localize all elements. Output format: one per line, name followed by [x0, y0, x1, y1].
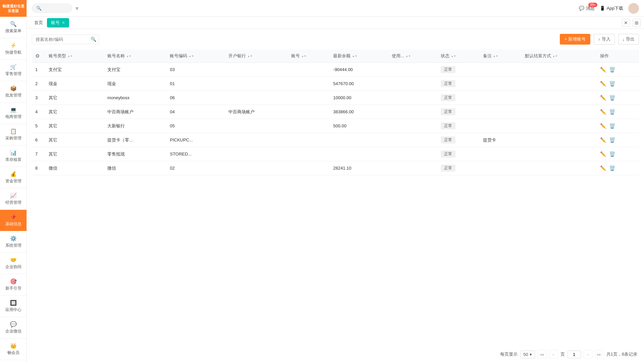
sort-account-icon[interactable]: ▲▼ [301, 55, 307, 58]
col-usage: 使用...▲▼ [388, 50, 437, 63]
message-icon: 💬 [579, 6, 584, 11]
delete-icon-5[interactable]: 🗑️ [609, 137, 615, 143]
cell-settlement-0 [522, 63, 597, 77]
sort-status-icon[interactable]: ▲▼ [451, 55, 456, 58]
app-download-button[interactable]: 📱 App下载 [600, 5, 623, 11]
add-account-button[interactable]: + 新增账号 [560, 34, 590, 45]
cell-settlement-4 [522, 119, 597, 133]
cell-type-6: 其它 [45, 147, 104, 161]
table-row: 6 其它 提货卡（零… PICKUPC... 正常 提货卡 ✏️ 🗑️ [32, 133, 639, 147]
edit-icon-4[interactable]: ✏️ [600, 123, 606, 129]
tab-close-icon[interactable]: ✕ [62, 20, 65, 25]
sidebar-label-4: 电商管理 [5, 114, 21, 120]
content-area: 🔍 + 新增账号 ↑ 导入 ↓ 导出 ⚙ [27, 29, 644, 362]
cell-bank-3: 中百商场账户 [225, 105, 288, 119]
search-submit-icon[interactable]: 🔍 [91, 37, 96, 42]
cell-actions-5: ✏️ 🗑️ [597, 133, 639, 147]
sidebar-item-14[interactable]: 💬企业微信 [0, 317, 26, 339]
cell-balance-3: 383866.00 [330, 105, 388, 119]
sidebar-item-3[interactable]: 📦批发管理 [0, 81, 26, 103]
cell-bank-5 [225, 133, 288, 147]
sort-code-icon[interactable]: ▲▼ [189, 55, 194, 58]
sidebar-item-6[interactable]: 📊库存核算 [0, 145, 26, 167]
edit-icon-7[interactable]: ✏️ [600, 165, 606, 171]
settings-icon[interactable]: ⚙ [35, 53, 40, 59]
sidebar-label-15: 畅会员 [7, 350, 19, 356]
delete-icon-4[interactable]: 🗑️ [609, 123, 615, 129]
sidebar-icon-7: 💰 [10, 171, 17, 177]
sort-usage-icon[interactable]: ▲▼ [406, 55, 411, 58]
tab-restore-button[interactable]: ✕ [622, 19, 630, 27]
delete-icon-1[interactable]: 🗑️ [609, 81, 615, 87]
status-badge-0: 正常 [441, 66, 455, 73]
page-size-dropdown-icon[interactable]: ▾ [530, 352, 532, 357]
prev-page-button[interactable]: ‹ [549, 350, 558, 359]
sidebar-item-13[interactable]: 🔲应用中心 [0, 296, 26, 317]
sidebar-item-1[interactable]: ⚡快捷导航 [0, 38, 26, 60]
sidebar-item-5[interactable]: 📋采购管理 [0, 124, 26, 145]
delete-icon-6[interactable]: 🗑️ [609, 151, 615, 157]
edit-icon-0[interactable]: ✏️ [600, 67, 606, 73]
sidebar-item-0[interactable]: 🔍搜索菜单 [0, 17, 26, 38]
delete-icon-0[interactable]: 🗑️ [609, 67, 615, 73]
tab-account[interactable]: 账号 ✕ [47, 18, 69, 27]
col-code: 账号编码▲▼ [166, 50, 225, 63]
delete-icon-2[interactable]: 🗑️ [609, 95, 615, 101]
sidebar-item-2[interactable]: 🛒零售管理 [0, 60, 26, 81]
sidebar-item-7[interactable]: 💰资金管理 [0, 167, 26, 188]
cell-notes-2 [480, 91, 522, 105]
last-page-button[interactable]: ⏭ [595, 350, 604, 359]
sort-settlement-icon[interactable]: ▲▼ [552, 55, 558, 58]
message-button[interactable]: 💬 消息 99+ [579, 5, 595, 11]
tab-home-label: 首页 [34, 20, 43, 26]
sort-name-icon[interactable]: ▲▼ [126, 55, 131, 58]
sort-bank-icon[interactable]: ▲▼ [247, 55, 253, 58]
cell-usage-7 [388, 161, 437, 175]
sidebar-label-9: 基础信息 [5, 221, 21, 227]
edit-icon-5[interactable]: ✏️ [600, 137, 606, 143]
edit-icon-6[interactable]: ✏️ [600, 151, 606, 157]
sidebar-item-4[interactable]: 💻电商管理 [0, 103, 26, 124]
sidebar-item-8[interactable]: 📈经营管理 [0, 188, 26, 210]
tab-home[interactable]: 首页 [30, 18, 47, 27]
top-search-icon: 🔍 [36, 6, 42, 11]
cell-name-2: moneybosx [104, 91, 167, 105]
app-icon: 📱 [600, 6, 605, 11]
sidebar-item-15[interactable]: 👑畅会员 [0, 339, 26, 360]
table-row: 1 支付宝 支付宝 03 -90444.00 正常 ✏️ 🗑️ [32, 63, 639, 77]
export-button[interactable]: ↓ 导出 [618, 34, 639, 45]
sidebar-item-9[interactable]: 📌基础信息 [0, 210, 26, 231]
sidebar-item-11[interactable]: 🤝企业协同 [0, 253, 26, 274]
avatar[interactable] [628, 3, 639, 14]
edit-icon-3[interactable]: ✏️ [600, 109, 606, 115]
page-number-input[interactable] [568, 351, 581, 358]
tab-maximize-button[interactable]: ⊞ [633, 19, 641, 27]
delete-icon-7[interactable]: 🗑️ [609, 165, 615, 171]
sidebar-label-8: 经营管理 [5, 200, 21, 205]
first-page-button[interactable]: ⏮ [538, 350, 546, 359]
page-size-selector[interactable]: 50 ▾ [520, 351, 535, 358]
cell-type-7: 微信 [45, 161, 104, 175]
sidebar-icon-10: ⚙️ [10, 235, 17, 242]
sidebar-item-10[interactable]: ⚙️系统管理 [0, 231, 26, 253]
import-button[interactable]: ↑ 导入 [594, 34, 615, 45]
sidebar-label-0: 搜索菜单 [5, 28, 21, 34]
header-right: 💬 消息 99+ 📱 App下载 [579, 3, 639, 14]
sort-notes-icon[interactable]: ▲▼ [493, 55, 498, 58]
sidebar-icon-0: 🔍 [10, 21, 17, 27]
sort-type-icon[interactable]: ▲▼ [67, 55, 73, 58]
search-input[interactable] [32, 35, 99, 44]
col-settings[interactable]: ⚙ [32, 50, 45, 63]
delete-icon-3[interactable]: 🗑️ [609, 109, 615, 115]
edit-icon-1[interactable]: ✏️ [600, 81, 606, 87]
top-search-box[interactable]: 🔍 [32, 4, 72, 13]
sort-balance-icon[interactable]: ▲▼ [352, 55, 357, 58]
cell-notes-4 [480, 119, 522, 133]
cell-account-4 [288, 119, 330, 133]
table-row: 5 其它 大新银行 05 500.00 正常 ✏️ 🗑️ [32, 119, 639, 133]
edit-icon-2[interactable]: ✏️ [600, 95, 606, 101]
sidebar-item-12[interactable]: 🎯新手引导 [0, 274, 26, 296]
cell-status-3: 正常 [437, 105, 479, 119]
dropdown-arrow-icon[interactable]: ▾ [75, 5, 78, 12]
next-page-button[interactable]: › [584, 350, 592, 359]
